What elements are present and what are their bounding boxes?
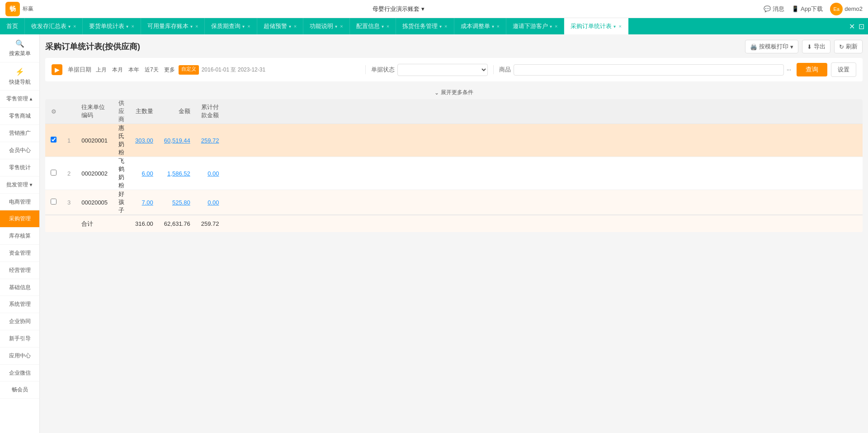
workspace-selector[interactable]: 母婴行业演示账套 ▾: [369, 5, 428, 13]
data-table: ⚙ 往来单位编码 供应商 主数量 金额 累计付款金额 1: [45, 99, 863, 232]
tab-close-icon[interactable]: ×: [387, 24, 389, 29]
tab-cheng-ben-tiao-zheng[interactable]: 成本调整单 ▾ ×: [454, 18, 506, 34]
footer-label: 合计: [76, 215, 130, 232]
paid-link[interactable]: 259.72: [196, 124, 225, 157]
sidebar: 🔍 搜索菜单 ⚡ 快捷导航 零售管理 ▲ 零售商城 营销推广 会员中心 零售统计…: [0, 34, 40, 433]
sidebar-item-label: 资金管理: [2, 249, 38, 257]
amount-link[interactable]: 60,519.44: [159, 124, 196, 157]
tab-close-icon[interactable]: ×: [555, 24, 557, 29]
paid-link[interactable]: 0.00: [196, 157, 225, 190]
expand-more-bar[interactable]: ⌄ 展开更多条件: [45, 86, 863, 99]
sidebar-item-operations[interactable]: 经营管理: [0, 262, 39, 279]
tab-close-icon[interactable]: ×: [618, 24, 621, 29]
tab-close-icon[interactable]: ×: [444, 24, 447, 29]
tab-label: 可用量库存账本: [147, 22, 189, 30]
tab-close-icon[interactable]: ×: [195, 24, 198, 29]
nav-close-icon[interactable]: ✕: [849, 22, 855, 31]
amount-link[interactable]: 1,586.52: [159, 157, 196, 190]
shortcut-7days[interactable]: 近7天: [143, 65, 160, 75]
column-settings-icon[interactable]: ⚙: [51, 108, 57, 115]
tab-yao-qing-xia-you[interactable]: 邀请下游客户 ▾ ×: [506, 18, 564, 34]
tab-gong-neng-shuo-ming[interactable]: 功能说明 ▾ ×: [303, 18, 349, 34]
sidebar-item-finance[interactable]: 资金管理: [0, 245, 39, 262]
sidebar-item-app-center[interactable]: 应用中心: [0, 347, 39, 365]
shortcut-this-month[interactable]: 本月: [110, 65, 125, 75]
quantity-link[interactable]: 303.00: [130, 124, 159, 157]
sidebar-item-members[interactable]: 会员中心: [0, 142, 39, 159]
tab-chao-chu-yu-jing[interactable]: 超储预警 ▾ ×: [257, 18, 303, 34]
spacer: [224, 190, 863, 215]
sidebar-item-label: 电商管理: [2, 198, 38, 206]
tab-pei-zhi-xin-xi[interactable]: 配置信息 ▾ ×: [350, 18, 396, 34]
tab-arrow-icon: ▾: [382, 24, 384, 29]
paid-link[interactable]: 0.00: [196, 190, 225, 215]
tab-close-icon[interactable]: ×: [73, 24, 76, 29]
sidebar-item-guide[interactable]: 新手引导: [0, 330, 39, 347]
custom-date-tag[interactable]: 自定义: [179, 65, 199, 75]
sidebar-item-search[interactable]: 🔍 搜索菜单: [0, 34, 39, 62]
app-download-button[interactable]: 📱 App下载: [792, 5, 823, 13]
row-num: 3: [62, 190, 76, 215]
sidebar-item-ecommerce[interactable]: 电商管理: [0, 194, 39, 211]
goods-filter-group: 商品 ···: [499, 64, 791, 76]
goods-more-icon[interactable]: ···: [787, 67, 791, 73]
tab-cai-gou-ding-dan[interactable]: 采购订单统计表 ▾ ×: [564, 18, 628, 34]
filter-toggle-button[interactable]: ▶: [52, 64, 62, 75]
sidebar-item-enterprise-collab[interactable]: 企业协同: [0, 313, 39, 330]
tab-close-icon[interactable]: ×: [247, 24, 250, 29]
tab-jian-huo-ren-wu[interactable]: 拣货任务管理 ▾ ×: [396, 18, 454, 34]
message-button[interactable]: 💬 消息: [764, 5, 784, 13]
sidebar-item-label: 基础信息: [2, 284, 38, 291]
quantity-link[interactable]: 7.00: [130, 190, 159, 215]
page-actions: 🖨️ 按模板打印 ▾ ⬇ 导出 ↻ 刷新: [745, 40, 863, 53]
shortcut-last-month[interactable]: 上月: [94, 65, 108, 75]
row-checkbox[interactable]: [45, 124, 62, 157]
refresh-button[interactable]: ↻ 刷新: [834, 40, 863, 53]
tab-close-icon[interactable]: ×: [340, 24, 343, 29]
date-range-display: 2016-01-01 至 2023-12-31: [202, 66, 265, 74]
amount-link[interactable]: 525.80: [159, 190, 196, 215]
goods-search-input[interactable]: [514, 64, 784, 76]
table-row: 2 00020002 飞鹤奶粉 6.00 1,586.52 0.00: [45, 157, 863, 190]
logo-text: 标赢: [23, 5, 33, 13]
sidebar-item-marketing[interactable]: 营销推广: [0, 125, 39, 142]
query-button[interactable]: 查询: [797, 63, 827, 76]
sidebar-item-system[interactable]: 系统管理: [0, 296, 39, 313]
sidebar-item-wechat[interactable]: 企业微信: [0, 365, 39, 382]
tab-bao-zhi-qi[interactable]: 保质期查询 ▾ ×: [205, 18, 257, 34]
tab-label: 邀请下游客户: [513, 22, 548, 30]
row-checkbox[interactable]: [45, 190, 62, 215]
filter-divider: [365, 65, 366, 74]
template-print-button[interactable]: 🖨️ 按模板打印 ▾: [745, 40, 798, 53]
nav-expand-icon[interactable]: ⊡: [859, 22, 864, 31]
status-select[interactable]: [397, 64, 488, 76]
settings-button[interactable]: 设置: [831, 62, 856, 77]
tab-shou-fa-cun[interactable]: 收发存汇总表 ▾ ×: [25, 18, 83, 34]
sidebar-item-label: 经营管理: [2, 266, 38, 274]
shortcut-more[interactable]: 更多: [162, 65, 177, 75]
th-num: [62, 99, 76, 124]
tab-close-icon[interactable]: ×: [497, 24, 500, 29]
tab-ke-yong-liang[interactable]: 可用量库存账本 ▾ ×: [141, 18, 205, 34]
tab-close-icon[interactable]: ×: [294, 24, 297, 29]
user-profile[interactable]: Ea demo2: [830, 3, 863, 15]
sidebar-item-inventory[interactable]: 库存核算: [0, 228, 39, 245]
sidebar-item-label: 营销推广: [2, 129, 38, 137]
row-checkbox[interactable]: [45, 157, 62, 190]
sidebar-item-nav[interactable]: ⚡ 快捷导航: [0, 62, 39, 90]
tab-close-icon[interactable]: ×: [131, 24, 134, 29]
sidebar-item-purchase[interactable]: 采购管理: [0, 210, 39, 228]
sidebar-item-retail-mgmt[interactable]: 零售管理 ▲: [0, 90, 39, 108]
tab-arrow-icon: ▾: [68, 24, 71, 29]
quantity-link[interactable]: 6.00: [130, 157, 159, 190]
tab-home[interactable]: 首页: [0, 18, 25, 34]
shortcut-this-year[interactable]: 本年: [127, 65, 141, 75]
sidebar-item-basic-info[interactable]: 基础信息: [0, 279, 39, 296]
supplier-code: 00020002: [76, 157, 113, 190]
sidebar-item-retail-mall[interactable]: 零售商城: [0, 108, 39, 125]
export-button[interactable]: ⬇ 导出: [802, 40, 830, 53]
sidebar-item-retail-stats[interactable]: 零售统计: [0, 159, 39, 176]
sidebar-item-vip[interactable]: 畅会员: [0, 381, 39, 399]
sidebar-item-wholesale[interactable]: 批发管理 ▼: [0, 176, 39, 194]
tab-yao-huo-dan[interactable]: 要货单统计表 ▾ ×: [83, 18, 141, 34]
